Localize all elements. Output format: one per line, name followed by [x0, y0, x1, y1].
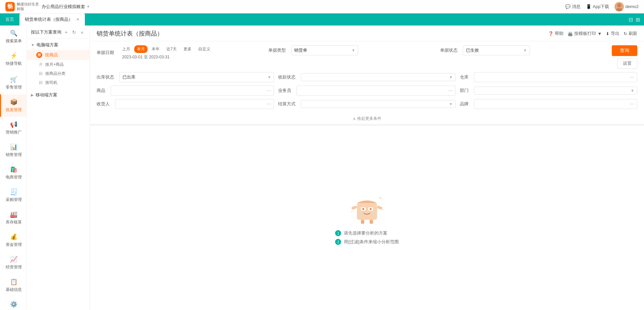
doc-type-select[interactable]: 销货单 ▼ — [291, 45, 358, 55]
svg-rect-9 — [351, 205, 357, 210]
sidebar-item-search[interactable]: 🔍 搜索菜单 — [0, 25, 26, 48]
collapse-filter-button[interactable]: ∧ 收起更多条件 — [353, 114, 381, 121]
date-shortcut-7days[interactable]: 近7天 — [164, 45, 179, 53]
tab-minimize-icon[interactable]: ⊟ — [629, 16, 633, 23]
doc-status-select[interactable]: 已生效 ▼ — [463, 45, 530, 55]
sidebar-item-basic[interactable]: 📋 基础信息 — [0, 274, 26, 297]
help-button[interactable]: ❓ 帮助 — [548, 31, 564, 37]
warehouse-input[interactable]: ··· — [474, 72, 637, 82]
goods-label: 商品 — [97, 88, 105, 94]
scheme-sub-item-by-month-goods[interactable]: 月 按月+商品 — [27, 60, 90, 69]
out-status-chevron-icon: ▼ — [267, 75, 271, 79]
sidebar-item-quick[interactable]: ⚡ 快捷导航 — [0, 48, 26, 70]
tab-close-icon[interactable]: ✕ — [76, 17, 79, 22]
refresh-button[interactable]: ↻ 刷新 — [624, 31, 637, 37]
print-chevron-icon: ▼ — [597, 31, 602, 36]
tab-bar: 首页 销货单统计表（按商品） ✕ ⊟ ⊞ — [0, 13, 644, 25]
goods-dots-icon[interactable]: ··· — [267, 88, 271, 94]
finance-icon: 💰 — [10, 233, 17, 241]
filter-area: 单据日期 上月 本月 本年 近7天 更多 自定义 2023-03-01 至 20… — [90, 41, 644, 124]
settlement-select[interactable]: ▼ — [301, 100, 455, 108]
date-shortcut-prev-month[interactable]: 上月 — [119, 45, 133, 53]
warehouse-dots-icon[interactable]: ··· — [630, 74, 634, 80]
avatar — [614, 2, 624, 11]
date-shortcut-this-year[interactable]: 本年 — [149, 45, 162, 53]
chevron-up-icon: ∧ — [353, 116, 356, 121]
sidebar-item-operations[interactable]: 📈 经营管理 — [0, 252, 26, 274]
sidebar: 🔍 搜索菜单 ⚡ 快捷导航 🛒 零售管理 📦 批发管理 📢 营销推广 📊 销售管… — [0, 25, 27, 310]
scheme-group-desktop-header[interactable]: ▼ 电脑端方案 — [27, 40, 90, 50]
sales-icon: 📊 — [10, 143, 17, 151]
scheme-sub-item-by-cashier[interactable]: 回 按司机 — [27, 78, 90, 87]
date-shortcut-this-month[interactable]: 本月 — [134, 45, 148, 53]
salesman-dots-icon[interactable]: ··· — [448, 88, 452, 94]
empty-state: 1 请先选择要分析的方案 2 用[过滤]条件来缩小分析范围 — [335, 191, 398, 245]
dept-select[interactable]: ▼ — [474, 87, 637, 95]
sidebar-item-wholesale[interactable]: 📦 批发管理 — [0, 94, 26, 117]
brand-dots-icon[interactable]: ··· — [630, 101, 634, 107]
salesman-input[interactable]: ··· — [297, 86, 455, 96]
operations-icon: 📈 — [10, 256, 17, 263]
collect-status-chevron-icon: ▼ — [449, 75, 453, 79]
empty-step-1: 1 请先选择要分析的方案 — [335, 230, 398, 236]
export-button[interactable]: ⬇ 导出 — [606, 31, 620, 37]
sidebar-item-purchase[interactable]: 🧾 采购管理 — [0, 184, 26, 207]
sidebar-item-marketing[interactable]: 📢 营销推广 — [0, 117, 26, 139]
doc-type-chevron-icon: ▼ — [352, 48, 355, 52]
left-panel-actions: + ↻ « — [63, 29, 86, 36]
receiver-dots-icon[interactable]: ··· — [267, 101, 271, 107]
print-icon: 🖨️ — [568, 31, 573, 36]
left-panel-header: 按以下方案查询 + ↻ « — [27, 25, 90, 39]
tab-maximize-icon[interactable]: ⊞ — [636, 16, 640, 23]
brand-input[interactable]: ··· — [474, 99, 637, 109]
goods-input[interactable]: ··· — [111, 86, 274, 96]
receiver-input[interactable]: ··· — [115, 99, 274, 109]
sidebar-item-finance[interactable]: 💰 资金管理 — [0, 229, 26, 252]
date-shortcut-more[interactable]: 更多 — [181, 45, 194, 53]
system-icon: ⚙️ — [10, 301, 17, 308]
scheme-item-by-goods[interactable]: 按 按商品 — [27, 50, 90, 60]
out-status-select[interactable]: 已出库 ▼ — [119, 72, 274, 82]
main-layout: 🔍 搜索菜单 ⚡ 快捷导航 🛒 零售管理 📦 批发管理 📢 营销推广 📊 销售管… — [0, 25, 644, 310]
user-name: demo2 — [625, 4, 639, 9]
sidebar-item-retail[interactable]: 🛒 零售管理 — [0, 72, 26, 94]
message-button[interactable]: 💬 消息 — [565, 4, 581, 10]
sidebar-item-sales[interactable]: 📊 销售管理 — [0, 139, 26, 162]
refresh-scheme-button[interactable]: ↻ — [71, 29, 77, 36]
date-shortcut-custom[interactable]: 自定义 — [196, 45, 213, 53]
purchase-icon: 🧾 — [10, 188, 17, 196]
workspace-selector[interactable]: 办公用品行业模拟账套 ▼ — [42, 4, 90, 10]
salesman-label: 业务员 — [278, 88, 291, 94]
top-nav-right: 💬 消息 📱 App下载 demo2 — [565, 2, 639, 11]
app-download-button[interactable]: 📱 App下载 — [586, 4, 609, 10]
marketing-icon: 📢 — [10, 121, 17, 128]
date-label: 单据日期 — [97, 50, 114, 56]
sidebar-item-ecommerce[interactable]: 🛍️ 电商管理 — [0, 162, 26, 184]
tab-active[interactable]: 销货单统计表（按商品） ✕ — [19, 13, 85, 25]
svg-point-12 — [351, 211, 353, 212]
content-area: 按以下方案查询 + ↻ « ▼ 电脑端方案 按 按商品 月 按月+ — [27, 25, 644, 310]
settings-button[interactable]: 设置 — [617, 58, 637, 69]
svg-point-11 — [379, 197, 381, 199]
data-area: 1 请先选择要分析的方案 2 用[过滤]条件来缩小分析范围 — [90, 126, 644, 310]
sidebar-item-inventory[interactable]: 🏭 库存核算 — [0, 207, 26, 229]
add-scheme-button[interactable]: + — [63, 29, 69, 36]
tab-home[interactable]: 首页 — [0, 13, 19, 25]
page-header: 销货单统计表（按商品） ❓ 帮助 🖨️ 按模板打印 ▼ ⬇ 导出 — [90, 25, 644, 41]
scheme-group-mobile-header[interactable]: ▶ 移动端方案 — [27, 90, 90, 100]
warehouse-label: 仓库 — [460, 74, 469, 80]
tab-bar-actions: ⊟ ⊞ — [629, 16, 644, 23]
empty-illustration — [347, 191, 387, 225]
workspace-chevron-icon: ▼ — [87, 5, 90, 8]
svg-rect-7 — [361, 220, 364, 224]
scheme-sub-item-by-category[interactable]: 回 按商品分类 — [27, 69, 90, 78]
print-button[interactable]: 🖨️ 按模板打印 ▼ — [568, 31, 602, 37]
inventory-icon: 🏭 — [10, 211, 17, 218]
app-logo: 畅 — [5, 2, 15, 11]
collapse-panel-button[interactable]: « — [79, 29, 86, 36]
empty-step-2: 2 用[过滤]条件来缩小分析范围 — [335, 239, 398, 245]
collect-status-select[interactable]: ▼ — [301, 73, 455, 81]
user-profile[interactable]: demo2 — [614, 2, 639, 11]
query-button[interactable]: 查询 — [612, 45, 637, 56]
sidebar-item-system[interactable]: ⚙️ 系统管理 — [0, 297, 26, 310]
